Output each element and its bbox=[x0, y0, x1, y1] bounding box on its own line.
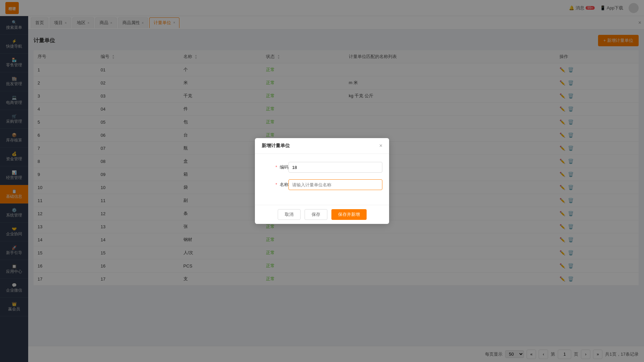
form-label-code: * 编码 bbox=[262, 164, 288, 170]
modal-footer: 取消 保存 保存并新增 bbox=[255, 205, 389, 224]
modal-title: 新增计量单位 bbox=[262, 143, 290, 149]
modal-overlay[interactable]: 新增计量单位 × * 编码 * 名称 取消 保存 保存并新增 bbox=[0, 0, 644, 362]
save-button[interactable]: 保存 bbox=[305, 209, 327, 220]
form-label-name: * 名称 bbox=[262, 182, 288, 188]
form-row-name: * 名称 bbox=[262, 179, 382, 190]
code-input[interactable] bbox=[288, 162, 382, 173]
form-row-code: * 编码 bbox=[262, 162, 382, 173]
add-unit-modal: 新增计量单位 × * 编码 * 名称 取消 保存 保存并新增 bbox=[255, 138, 389, 224]
modal-close-btn[interactable]: × bbox=[379, 143, 382, 149]
save-and-add-button[interactable]: 保存并新增 bbox=[331, 209, 367, 220]
modal-header: 新增计量单位 × bbox=[255, 138, 389, 154]
cancel-button[interactable]: 取消 bbox=[278, 209, 301, 220]
modal-body: * 编码 * 名称 bbox=[255, 154, 389, 205]
name-input[interactable] bbox=[288, 179, 382, 190]
